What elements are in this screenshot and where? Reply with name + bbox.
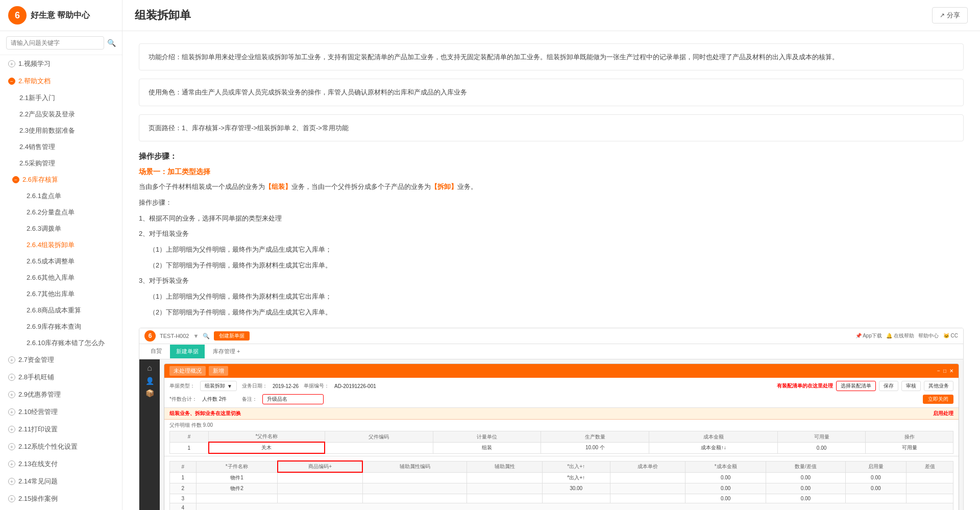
- ctrl-close[interactable]: ✕: [949, 368, 953, 374]
- main-header: 组装拆卸单 ↗ 分享: [122, 0, 980, 31]
- sidebar-item-docs[interactable]: − 2.帮助文档: [0, 72, 122, 90]
- app-logo: 6: [144, 330, 156, 342]
- sidebar-item-system[interactable]: + 2.12系统个性化设置: [0, 438, 122, 455]
- dropdown-icon: ▼: [227, 383, 232, 389]
- date-label: 业务日期：: [242, 382, 267, 390]
- share-button[interactable]: ↗ 分享: [932, 7, 968, 23]
- sidebar-item-stocktake[interactable]: 2.6.1盘点单: [0, 188, 122, 204]
- sidebar-item-outbound[interactable]: 2.6.7其他出库单: [0, 286, 122, 302]
- sidebar-item-assembly[interactable]: 2.6.4组装拆卸单: [0, 237, 122, 253]
- sidebar-item-newbie[interactable]: 2.1新手入门: [0, 90, 122, 106]
- sidebar-item-print[interactable]: + 2.11打印设置: [0, 421, 122, 438]
- sidebar-item-transfer[interactable]: 2.6.3调拨单: [0, 221, 122, 237]
- lth-aux-code: 辅助属性编码: [362, 461, 467, 472]
- expand-icon-cases: +: [8, 495, 15, 502]
- expand-icon-mobile: +: [8, 374, 15, 381]
- th-parent-code: 父件编码: [325, 431, 433, 443]
- sidebar-item-purchase[interactable]: 2.5采购管理: [0, 155, 122, 172]
- note-input[interactable]: 升级品名: [262, 394, 324, 404]
- app-name: 好生意 帮助中心: [31, 10, 90, 21]
- nav-home[interactable]: 自贸: [144, 344, 168, 359]
- op-btn2[interactable]: 审核: [901, 381, 921, 391]
- expand-icon-inventory: −: [12, 176, 19, 183]
- bom-area: 有装配清单的在这里处理 选择装配清单 保存 审核 其他业务: [777, 381, 953, 391]
- sidebar-item-stock-ledger[interactable]: 2.6.9库存账本查询: [0, 319, 122, 335]
- tab-overview[interactable]: 未处理概况: [169, 366, 206, 376]
- intro-block-2: 使用角色：通常由生产人员或库管人员完成拆装业务的操作，库管人员确认原材料的出库和…: [139, 79, 964, 106]
- row1-num: 1: [170, 442, 209, 453]
- window-title: 未处理概况 新增 − □ ✕: [164, 364, 959, 378]
- expand-icon-biz: +: [8, 408, 15, 416]
- sidebar-item-sales[interactable]: 2.4销售管理: [0, 139, 122, 155]
- sidebar-item-finance[interactable]: + 2.7资金管理: [0, 351, 122, 369]
- annotation-bom: 有装配清单的在这里处理: [777, 382, 833, 390]
- scene1-heading: 场景一：加工类型选择: [139, 167, 964, 177]
- share-icon: ↗: [940, 12, 945, 19]
- sidebar-item-data[interactable]: 2.3使用前数据准备: [0, 123, 122, 139]
- mini-user[interactable]: 👤: [145, 377, 154, 385]
- sidebar-item-inventory[interactable]: − 2.6库存核算: [0, 172, 122, 188]
- op-btn3[interactable]: 其他业务: [924, 381, 953, 391]
- lth-diff: 差值: [906, 461, 953, 472]
- th-cost-amt: 成本金额: [649, 431, 778, 443]
- search-input[interactable]: [6, 36, 104, 50]
- ctrl-max[interactable]: □: [943, 368, 946, 374]
- date-value: 2019-12-26: [273, 383, 299, 389]
- sidebar-item-mobile[interactable]: + 2.8手机旺铺: [0, 369, 122, 386]
- app-main-area: 未处理概况 新增 − □ ✕: [160, 359, 963, 510]
- sidebar-item-biz[interactable]: + 2.10经营管理: [0, 403, 122, 421]
- doc-type-value: 组装拆卸: [205, 382, 225, 390]
- confirm-btn[interactable]: 立即关闭: [923, 395, 953, 404]
- doc-type-select[interactable]: 组装拆卸 ▼: [200, 381, 237, 391]
- mini-box[interactable]: 📦: [145, 389, 154, 397]
- sidebar-item-stocktake2[interactable]: 2.6.2分量盘点单: [0, 204, 122, 221]
- step2-2: （2）下部明细为子件明细，最终作为原材料生成其它出库单。: [149, 259, 964, 272]
- content-area: 功能介绍：组装拆卸单用来处理企业组装或拆卸等加工业务，支持有固定装配清单的产品加…: [122, 31, 980, 510]
- tab-new[interactable]: 新增: [209, 366, 228, 376]
- lth-unit-cost: 成本单价: [610, 461, 685, 472]
- upper-table-row-1: 1 关木 组装 10.00 个 成本金额↑↓ 0.00 可用量: [170, 442, 953, 453]
- sidebar-item-payment[interactable]: + 2.13在线支付: [0, 455, 122, 473]
- th-avail-qty: 可用量: [778, 431, 866, 443]
- search-box: 🔍: [0, 31, 122, 55]
- th-num: #: [170, 431, 209, 443]
- row1-prod: 10.00 个: [541, 442, 649, 453]
- app-logo-icon: 6: [8, 6, 27, 25]
- nav-new-tab[interactable]: 新建单据: [170, 345, 205, 358]
- sidebar-item-faq[interactable]: + 2.14常见问题: [0, 473, 122, 490]
- sidebar-item-coupon[interactable]: + 2.9优惠券管理: [0, 386, 122, 403]
- form-type-row: 单据类型： 组装拆卸 ▼ 业务日期： 2019-12-26 单据编号：: [169, 381, 953, 391]
- th-ops: 操作: [866, 431, 953, 443]
- mini-home[interactable]: ⌂: [147, 363, 152, 373]
- path-block: 页面路径：1、库存核算->库存管理->组装拆卸单 2、首页->常用功能: [139, 114, 964, 141]
- sidebar-item-cost-adj[interactable]: 2.6.5成本调整单: [0, 253, 122, 270]
- op-btn1[interactable]: 保存: [879, 381, 898, 391]
- intro-text-1: 功能介绍：组装拆卸单用来处理企业组装或拆卸等加工业务，支持有固定装配清单的产品加…: [149, 53, 839, 61]
- search-icon[interactable]: 🔍: [107, 39, 116, 47]
- lower-row-1: 1 物件1 *出入+↑ 0.00 0.0: [170, 472, 953, 483]
- app-nav-tabs: 自贸 新建单据 库存管理 +: [139, 344, 963, 359]
- window-controls: − □ ✕: [937, 368, 953, 374]
- sidebar-item-inbound[interactable]: 2.6.6其他入库单: [0, 270, 122, 286]
- row1-name: 关木: [209, 442, 325, 453]
- bom-select-btn[interactable]: 选择装配清单: [836, 381, 876, 391]
- step2-1: （1）上部明细为父件明细，最终作为产成品生成其它入库单；: [149, 244, 964, 256]
- expand-icon-faq: +: [8, 478, 15, 485]
- sidebar-item-cases[interactable]: + 2.15操作案例: [0, 490, 122, 507]
- row1-op: 可用量: [866, 442, 953, 453]
- th-prod-qty: 生产数量: [541, 431, 649, 443]
- ctrl-min[interactable]: −: [937, 368, 940, 374]
- row1-code: [325, 442, 433, 453]
- form-header: 单据类型： 组装拆卸 ▼ 业务日期： 2019-12-26 单据编号：: [164, 378, 959, 408]
- nav-tab2[interactable]: 库存管理 +: [207, 345, 246, 358]
- window-tabs: 未处理概况 新增: [169, 366, 228, 376]
- sidebar-item-cost-recalc[interactable]: 2.6.8商品成本重算: [0, 302, 122, 319]
- sidebar-header: 6 好生意 帮助中心: [0, 0, 122, 31]
- sidebar-item-stock-error[interactable]: 2.6.10库存账本错了怎么办: [0, 335, 122, 351]
- step1: 1、根据不同的业务，选择不同单据的类型来处理: [139, 212, 964, 225]
- app-mini-sidebar: ⌂ 👤 📦: [139, 359, 160, 510]
- row1-unit: 组装: [433, 442, 541, 453]
- lower-table: # *子件名称 商品编码+ 辅助属性编码 辅助属性 *出入+↑ 成本单价 *成本…: [169, 460, 953, 510]
- sidebar-item-install[interactable]: 2.2产品安装及登录: [0, 106, 122, 123]
- sidebar-item-video[interactable]: + 1.视频学习: [0, 55, 122, 72]
